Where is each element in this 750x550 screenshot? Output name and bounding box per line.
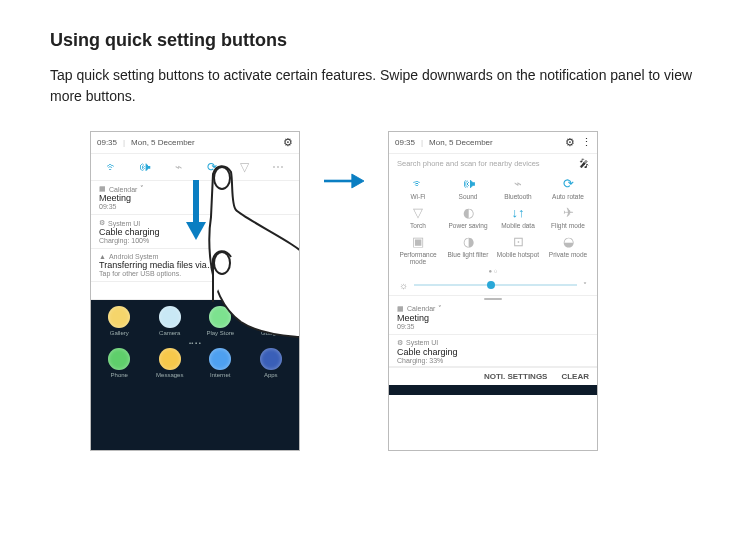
more-menu-icon[interactable]: ⋮	[581, 136, 591, 149]
more-icon[interactable]: ⋯	[262, 160, 295, 174]
page-heading: Using quick setting buttons	[50, 30, 700, 51]
app-apps[interactable]: Apps	[249, 348, 294, 378]
qs-tile-bluetooth[interactable]: ⌁Bluetooth	[493, 177, 543, 200]
brightness-slider[interactable]: ☼ ˅	[389, 276, 597, 295]
qs-tile-torch[interactable]: ▽Torch	[393, 206, 443, 229]
search-placeholder: Search phone and scan for nearby devices	[397, 159, 575, 168]
page-indicator: •• ▪ •	[97, 340, 293, 346]
swipe-down-arrow-icon	[186, 180, 206, 242]
svg-rect-0	[193, 180, 199, 224]
home-screen: Gallery Camera Play Store Google •• ▪ • …	[91, 300, 299, 450]
qs-tile-power-saving[interactable]: ◐Power saving	[443, 206, 493, 229]
app-play-store[interactable]: Play Store	[198, 306, 243, 336]
chevron-down-icon[interactable]: ˅	[583, 281, 587, 290]
clear-button[interactable]: CLEAR	[561, 372, 589, 381]
intro-text: Tap quick setting buttons to activate ce…	[50, 65, 700, 107]
qs-tile-mobile-data[interactable]: ↓↑Mobile data	[493, 206, 543, 229]
rotate-icon[interactable]: ⟳	[195, 160, 228, 174]
grid-pager: ● ○	[389, 266, 597, 276]
status-date: Mon, 5 December	[131, 138, 195, 147]
notif-sub: Charging: 33%	[397, 357, 589, 364]
brightness-icon: ☼	[399, 280, 408, 291]
notif-sub: Tap for other USB options.	[99, 270, 291, 277]
quick-settings-grid: ᯤWi-Fi🕪Sound⌁Bluetooth⟳Auto rotate▽Torch…	[389, 173, 597, 266]
qs-tile-wi-fi[interactable]: ᯤWi-Fi	[393, 177, 443, 200]
app-messages[interactable]: Messages	[148, 348, 193, 378]
android-icon: ▲	[99, 253, 106, 260]
phone-collapsed-panel: 09:35 | Mon, 5 December ⚙ ᯤ 🕪 ⌁ ⟳ ▽ ⋯ ▦C…	[90, 131, 300, 451]
system-icon: ⚙	[397, 339, 403, 347]
quick-settings-row: ᯤ 🕪 ⌁ ⟳ ▽ ⋯	[91, 154, 299, 181]
qs-tile-performance-mode[interactable]: ▣Performance mode	[393, 235, 443, 265]
status-bar: 09:35 | Mon, 5 December ⚙ ⋮	[389, 132, 597, 154]
notif-title: Meeting	[397, 313, 589, 323]
svg-marker-1	[186, 222, 206, 240]
qs-tile-blue-light-filter[interactable]: ◑Blue light filter	[443, 235, 493, 265]
calendar-icon: ▦	[99, 185, 106, 193]
system-icon: ⚙	[99, 219, 105, 227]
gear-icon[interactable]: ⚙	[283, 136, 293, 149]
qs-tile-sound[interactable]: 🕪Sound	[443, 177, 493, 200]
app-google[interactable]: Google	[249, 306, 294, 336]
noti-settings-button[interactable]: NOTI. SETTINGS	[484, 372, 548, 381]
status-time: 09:35	[395, 138, 415, 147]
calendar-icon: ▦	[397, 305, 404, 313]
bluetooth-icon[interactable]: ⌁	[162, 160, 195, 174]
torch-icon[interactable]: ▽	[228, 160, 261, 174]
qs-tile-flight-mode[interactable]: ✈Flight mode	[543, 206, 593, 229]
notification-card[interactable]: ▦Calendar ˅ Meeting 09:35	[389, 301, 597, 335]
gear-icon[interactable]: ⚙	[565, 136, 575, 149]
status-time: 09:35	[97, 138, 117, 147]
sound-icon[interactable]: 🕪	[128, 160, 161, 174]
noti-settings-button[interactable]: NOTI. SETTING…	[91, 282, 299, 300]
app-internet[interactable]: Internet	[198, 348, 243, 378]
notification-card[interactable]: ▲Android System Transferring media files…	[91, 249, 299, 282]
phone-expanded-panel: 09:35 | Mon, 5 December ⚙ ⋮ Search phone…	[388, 131, 598, 451]
qs-tile-auto-rotate[interactable]: ⟳Auto rotate	[543, 177, 593, 200]
notif-sub: 09:35	[397, 323, 589, 330]
qs-tile-private-mode[interactable]: ◒Private mode	[543, 235, 593, 265]
nav-bar	[389, 385, 597, 395]
status-bar: 09:35 | Mon, 5 December ⚙	[91, 132, 299, 154]
search-bar[interactable]: Search phone and scan for nearby devices…	[389, 154, 597, 173]
app-gallery[interactable]: Gallery	[97, 306, 142, 336]
notif-title: Transferring media files via…	[99, 260, 291, 270]
qs-tile-mobile-hotspot[interactable]: ⊡Mobile hotspot	[493, 235, 543, 265]
illustration-row: 09:35 | Mon, 5 December ⚙ ᯤ 🕪 ⌁ ⟳ ▽ ⋯ ▦C…	[50, 131, 700, 451]
wifi-icon[interactable]: ᯤ	[95, 160, 128, 174]
svg-marker-5	[352, 174, 364, 188]
notification-card[interactable]: ⚙System UI Cable charging Charging: 33%	[389, 335, 597, 367]
status-date: Mon, 5 December	[429, 138, 493, 147]
app-phone[interactable]: Phone	[97, 348, 142, 378]
arrow-right-icon	[324, 171, 364, 191]
mic-icon[interactable]: 🎤︎	[579, 158, 589, 169]
app-camera[interactable]: Camera	[148, 306, 193, 336]
notif-title: Cable charging	[397, 347, 589, 357]
